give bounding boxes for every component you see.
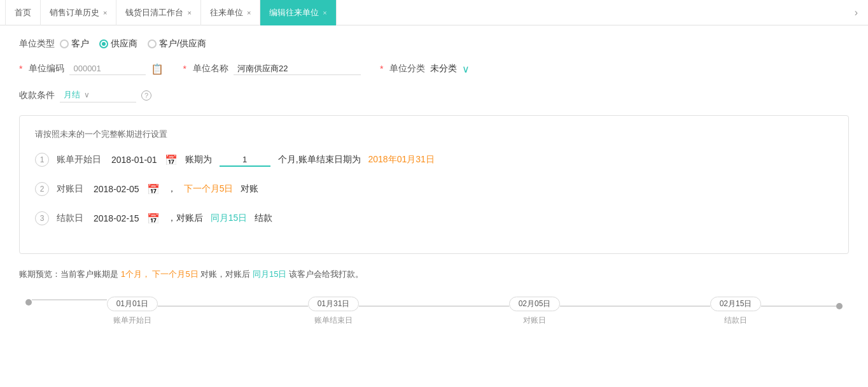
step-2-row: 2 对账日 2018-02-05 📅 ， 下一个月5日 对账 xyxy=(35,182,833,196)
tab-expand-button[interactable]: › xyxy=(850,7,863,18)
tab-sales-order-history[interactable]: 销售订单历史 × xyxy=(41,0,116,25)
timeline-line-3 xyxy=(359,306,508,307)
tabs-bar: 首页 销售订单历史 × 钱货日清工作台 × 往来单位 × 编辑往来单位 × › xyxy=(0,0,868,25)
tab-cash-ledger[interactable]: 钱货日清工作台 × xyxy=(116,0,200,25)
preview-end: 该客户会给我打款。 xyxy=(289,269,363,279)
step-2-desc-prefix: ， xyxy=(167,183,176,195)
radio-customer-supplier-label: 客户/供应商 xyxy=(159,38,206,50)
step-2-calendar-icon[interactable]: 📅 xyxy=(147,183,160,195)
step-2-date: 2018-02-05 xyxy=(94,184,139,194)
step-1-period-label: 账期为 xyxy=(185,154,212,165)
panel-instruction: 请按照未来的一个完整帐期进行设置 xyxy=(35,129,833,140)
unit-type-field: 单位类型 客户 供应商 客户/供应商 xyxy=(19,38,206,50)
preview-section: 账期预览：当前客户账期是 1个月， 下一个月5日 对账，对账后 同月15日 该客… xyxy=(19,267,849,281)
unit-category-arrow-icon[interactable]: ∨ xyxy=(462,63,470,75)
timeline-label-3: 对账日 xyxy=(523,315,546,326)
payment-term-help-icon[interactable]: ? xyxy=(141,90,151,101)
timeline-segment-3 xyxy=(359,297,508,307)
payment-term-value: 月结 xyxy=(64,89,80,101)
timeline-label-2: 账单结束日 xyxy=(314,315,353,326)
settings-panel: 请按照未来的一个完整帐期进行设置 1 账单开始日 2018-01-01 📅 账期… xyxy=(19,115,849,254)
unit-name-required: * xyxy=(183,64,186,74)
payment-term-arrow-icon[interactable]: ∨ xyxy=(84,90,90,99)
unit-name-input[interactable] xyxy=(234,62,361,75)
timeline-end-circle xyxy=(836,303,843,309)
unit-category-field: * 单位分类 未分类 ∨ xyxy=(380,63,470,75)
preview-mid: 对账，对账后 xyxy=(200,269,250,279)
timeline-line-end xyxy=(761,306,836,307)
tab-edit-partner-close[interactable]: × xyxy=(323,9,326,17)
timeline-node-4: 02月15日 结款日 xyxy=(710,297,762,326)
step-3-desc-suffix: 结款 xyxy=(255,213,272,224)
unit-info-row: * 单位编码 📋 * 单位名称 * 单位分类 未分类 ∨ xyxy=(19,62,849,75)
step-1-date: 2018-01-01 xyxy=(111,155,157,165)
timeline-node-3: 02月05日 对账日 xyxy=(509,297,561,326)
timeline-segment-2 xyxy=(158,297,307,307)
step-1-period-end: 2018年01月31日 xyxy=(368,154,435,165)
timeline: 01月01日 账单开始日 01月31日 账单结束日 02月05日 对账日 02月… xyxy=(19,297,849,326)
unit-category-value: 未分类 xyxy=(430,63,457,74)
unit-code-field: * 单位编码 📋 xyxy=(19,62,164,75)
unit-code-label: 单位编码 xyxy=(29,63,64,74)
tab-partner-units-label: 往来单位 xyxy=(210,7,243,18)
radio-customer-supplier[interactable]: 客户/供应商 xyxy=(148,38,206,50)
radio-customer-label: 客户 xyxy=(71,38,89,50)
timeline-start-circle xyxy=(25,299,32,306)
tab-edit-partner-label: 编辑往来单位 xyxy=(269,7,319,18)
radio-supplier-circle xyxy=(99,39,108,48)
timeline-node-2: 01月31日 账单结束日 xyxy=(308,297,360,326)
timeline-badge-3: 02月05日 xyxy=(509,297,561,311)
step-3-calendar-icon[interactable]: 📅 xyxy=(147,213,160,225)
step-3-number: 3 xyxy=(35,211,49,225)
timeline-segment-1 xyxy=(32,297,107,300)
radio-supplier-label: 供应商 xyxy=(111,38,137,50)
tab-edit-partner[interactable]: 编辑往来单位 × xyxy=(260,0,336,25)
timeline-segment-end xyxy=(761,297,836,307)
radio-group: 客户 供应商 客户/供应商 xyxy=(60,38,206,50)
step-1-period-unit: 个月,账单结束日期为 xyxy=(278,154,361,165)
timeline-node-1: 01月01日 账单开始日 xyxy=(107,297,158,326)
tab-sales-order-history-close[interactable]: × xyxy=(103,9,107,17)
step-2-label: 对账日 xyxy=(57,183,83,195)
unit-category-required: * xyxy=(380,64,383,74)
step-3-desc-highlight: 同月15日 xyxy=(211,213,248,224)
unit-code-copy-icon[interactable]: 📋 xyxy=(151,63,164,75)
timeline-line-2 xyxy=(158,306,307,307)
unit-category-dropdown[interactable]: 未分类 ∨ xyxy=(430,63,470,75)
step-2-number: 2 xyxy=(35,182,49,196)
timeline-end-dot xyxy=(836,303,843,309)
tab-partner-units-close[interactable]: × xyxy=(247,9,251,17)
tab-cash-ledger-close[interactable]: × xyxy=(187,9,191,17)
step-2-desc-suffix: 对账 xyxy=(241,183,258,195)
tab-sales-order-history-label: 销售订单历史 xyxy=(50,7,99,18)
step-3-row: 3 结款日 2018-02-15 📅 ，对账后 同月15日 结款 xyxy=(35,211,833,225)
payment-term-dropdown[interactable]: 月结 ∨ xyxy=(60,88,136,102)
tab-partner-units[interactable]: 往来单位 × xyxy=(201,0,260,25)
radio-customer[interactable]: 客户 xyxy=(60,38,89,50)
page-content: 单位类型 客户 供应商 客户/供应商 * 单位编码 xyxy=(0,25,868,387)
step-1-label: 账单开始日 xyxy=(57,154,101,165)
tab-home[interactable]: 首页 xyxy=(5,0,41,25)
tab-home-label: 首页 xyxy=(15,7,31,18)
step-1-number: 1 xyxy=(35,153,49,167)
preview-p2: 下一个月5日 xyxy=(152,269,198,279)
timeline-segment-4 xyxy=(560,297,710,307)
timeline-badge-4: 02月15日 xyxy=(710,297,762,311)
step-1-period-input[interactable] xyxy=(220,153,270,167)
unit-type-label: 单位类型 xyxy=(19,38,55,50)
timeline-label-4: 结款日 xyxy=(724,315,747,326)
preview-label: 账期预览：当前客户账期是 xyxy=(19,269,118,279)
step-3-desc-prefix: ，对账后 xyxy=(167,213,203,224)
radio-customer-supplier-circle xyxy=(148,39,157,48)
radio-supplier[interactable]: 供应商 xyxy=(99,38,137,50)
step-3-date: 2018-02-15 xyxy=(94,213,139,223)
step-1-row: 1 账单开始日 2018-01-01 📅 账期为 个月,账单结束日期为 2018… xyxy=(35,153,833,167)
timeline-badge-1: 01月01日 xyxy=(107,297,158,311)
unit-code-input[interactable] xyxy=(69,62,146,75)
payment-term-field: 收款条件 月结 ∨ ? xyxy=(19,88,151,102)
step-1-calendar-icon[interactable]: 📅 xyxy=(165,154,178,166)
timeline-label-1: 账单开始日 xyxy=(113,315,151,326)
unit-name-label: 单位名称 xyxy=(193,63,228,74)
tab-cash-ledger-label: 钱货日清工作台 xyxy=(125,7,183,18)
radio-customer-circle xyxy=(60,39,69,48)
